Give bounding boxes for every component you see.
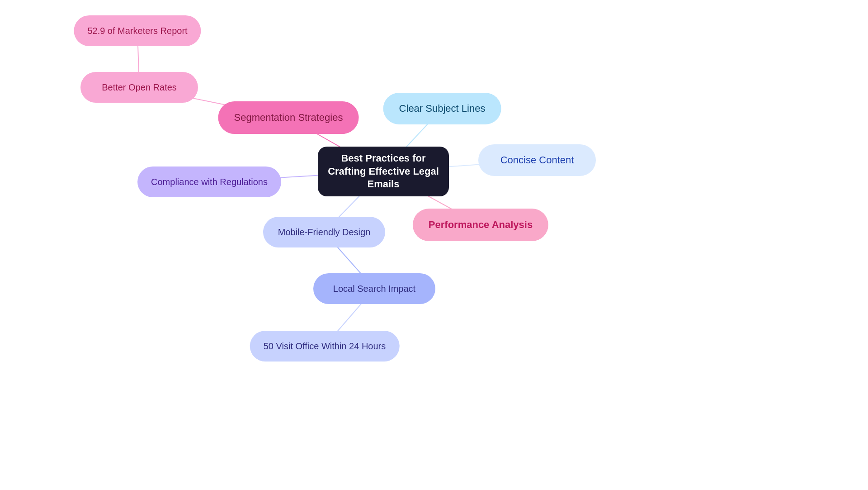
compliance-label: Compliance with Regulations (151, 177, 268, 187)
visit-office-node[interactable]: 50 Visit Office Within 24 Hours (250, 331, 400, 362)
better-open-rates-node[interactable]: Better Open Rates (80, 72, 198, 103)
clear-subject-label: Clear Subject Lines (399, 103, 486, 114)
local-search-label: Local Search Impact (333, 284, 415, 294)
compliance-node[interactable]: Compliance with Regulations (137, 167, 281, 197)
concise-content-node[interactable]: Concise Content (478, 144, 596, 176)
segmentation-strategies-node[interactable]: Segmentation Strategies (218, 101, 359, 134)
performance-analysis-label: Performance Analysis (429, 219, 533, 231)
clear-subject-node[interactable]: Clear Subject Lines (383, 93, 501, 124)
mobile-friendly-node[interactable]: Mobile-Friendly Design (263, 217, 385, 247)
mindmap-container: Best Practices for Crafting Effective Le… (0, 0, 868, 490)
concise-content-label: Concise Content (500, 154, 574, 166)
center-node[interactable]: Best Practices for Crafting Effective Le… (318, 147, 449, 196)
visit-office-label: 50 Visit Office Within 24 Hours (264, 341, 386, 352)
local-search-node[interactable]: Local Search Impact (313, 273, 435, 304)
better-open-rates-label: Better Open Rates (102, 82, 177, 93)
marketers-report-node[interactable]: 52.9 of Marketers Report (74, 15, 201, 46)
marketers-report-label: 52.9 of Marketers Report (87, 26, 187, 36)
mobile-friendly-label: Mobile-Friendly Design (278, 227, 371, 238)
center-node-label: Best Practices for Crafting Effective Le… (327, 152, 440, 191)
segmentation-strategies-label: Segmentation Strategies (234, 112, 343, 124)
performance-analysis-node[interactable]: Performance Analysis (413, 209, 548, 241)
